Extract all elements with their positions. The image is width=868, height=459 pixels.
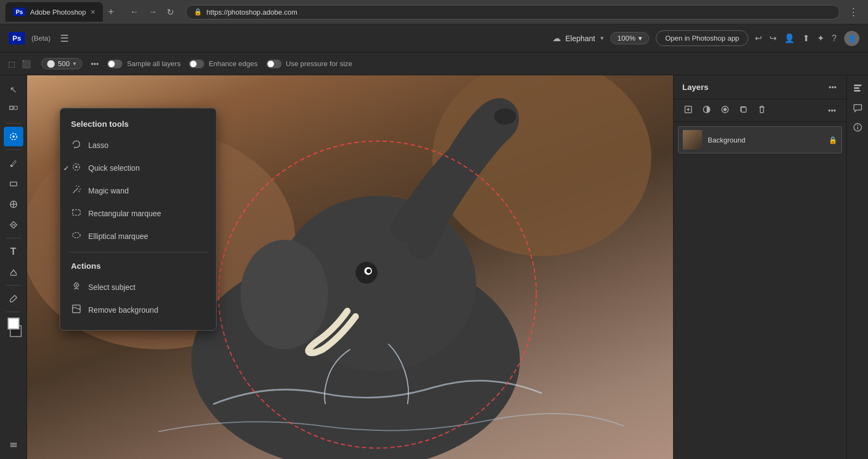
- selection-mode-add[interactable]: ⬚: [6, 58, 17, 70]
- open-in-ps-button[interactable]: Open in Photoshop app: [656, 30, 748, 46]
- add-layer-button[interactable]: [680, 102, 696, 118]
- svg-point-3: [12, 135, 15, 138]
- back-button[interactable]: ←: [127, 5, 142, 19]
- layer-name: Background: [708, 136, 823, 144]
- quick-selection-item[interactable]: Quick selection: [60, 157, 216, 179]
- mask-button[interactable]: [717, 102, 733, 118]
- undo-button[interactable]: ↩: [755, 33, 762, 43]
- file-dropdown-arrow[interactable]: ▾: [601, 35, 604, 42]
- select-subject-label: Select subject: [88, 283, 135, 292]
- panel-more-button[interactable]: •••: [825, 80, 840, 95]
- magic-wand-item[interactable]: Magic wand: [60, 179, 216, 202]
- brush-size-dropdown[interactable]: ▾: [73, 60, 76, 67]
- delete-layer-button[interactable]: [754, 102, 770, 118]
- options-bar: ⬚ ⬛ 500 ▾ ••• Sample all layers Enhance …: [0, 53, 868, 75]
- canvas-area[interactable]: Selection tools Lasso Quick selection: [27, 75, 673, 459]
- eyedropper-tool[interactable]: [4, 289, 23, 308]
- zoom-value: 100%: [617, 34, 635, 42]
- pressure-size-toggle: Use pressure for size: [266, 60, 353, 68]
- elliptical-marquee-item[interactable]: Elliptical marquee: [60, 225, 216, 248]
- sample-all-label: Sample all layers: [127, 60, 180, 68]
- svg-point-19: [240, 240, 328, 349]
- zoom-control[interactable]: 100% ▾: [610, 32, 649, 44]
- redo-button[interactable]: ↪: [769, 33, 776, 43]
- remove-background-label: Remove background: [88, 306, 158, 314]
- share-icon[interactable]: ⬆: [802, 33, 810, 43]
- brush-dot-icon: [47, 60, 55, 68]
- panel-title: Layers: [680, 82, 825, 92]
- new-tab-button[interactable]: +: [104, 5, 119, 19]
- help-icon[interactable]: ?: [832, 34, 837, 43]
- tab-title: Adobe Photoshop: [30, 8, 86, 16]
- brush-size-control[interactable]: 500 ▾: [41, 58, 82, 69]
- selection-mode-subtract[interactable]: ⬛: [20, 58, 32, 70]
- brush-size-value: 500: [58, 60, 70, 68]
- svg-point-25: [75, 166, 77, 168]
- svg-point-32: [73, 232, 80, 238]
- background-layer[interactable]: Background 🔒: [678, 126, 842, 153]
- select-subject-item[interactable]: Select subject: [60, 276, 216, 299]
- selection-tools-dropdown: Selection tools Lasso Quick selection: [60, 108, 217, 331]
- brush-tool[interactable]: [4, 153, 23, 173]
- menu-divider: [69, 252, 207, 253]
- browser-nav: ← → ↻: [122, 5, 181, 20]
- pressure-toggle-switch[interactable]: [266, 60, 282, 68]
- foreground-color[interactable]: [8, 318, 19, 329]
- remove-background-item[interactable]: Remove background: [60, 299, 216, 321]
- arrange-tool[interactable]: [4, 435, 23, 455]
- main-layout: ↖ T: [0, 75, 868, 459]
- clone-tool[interactable]: [4, 195, 23, 214]
- lasso-label: Lasso: [88, 141, 108, 150]
- far-right-panel: [846, 75, 868, 459]
- svg-point-48: [857, 125, 858, 126]
- hamburger-menu[interactable]: ☰: [57, 30, 72, 47]
- toolbar-separator-2: [6, 150, 21, 150]
- info-panel-icon[interactable]: [849, 119, 866, 136]
- toolbar-separator-4: [6, 285, 21, 286]
- enhance-edges-toggle-switch[interactable]: [189, 60, 204, 68]
- rectangular-marquee-item[interactable]: Rectangular marquee: [60, 202, 216, 225]
- svg-rect-0: [10, 106, 13, 109]
- account-icon[interactable]: 👤: [784, 33, 795, 43]
- copy-layer-button[interactable]: [735, 102, 752, 118]
- ellip-marquee-icon: [71, 230, 82, 242]
- layers-toolbar: •••: [674, 99, 846, 122]
- svg-line-28: [79, 186, 79, 187]
- svg-point-22: [367, 269, 371, 273]
- user-avatar[interactable]: 👤: [844, 31, 859, 46]
- browser-menu-icon[interactable]: ⋮: [849, 6, 858, 18]
- rect-marquee-icon: [71, 208, 82, 219]
- layer-thumbnail-image: [683, 130, 702, 150]
- quick-selection-icon: [71, 162, 82, 174]
- lasso-tool-item[interactable]: Lasso: [60, 134, 216, 157]
- sample-all-toggle-switch[interactable]: [107, 60, 122, 68]
- type-tool[interactable]: T: [4, 242, 23, 261]
- adjustment-layer-button[interactable]: [699, 102, 715, 118]
- artboard-tool[interactable]: [4, 100, 23, 120]
- lasso-icon: [71, 139, 82, 151]
- move-tool[interactable]: ↖: [4, 80, 23, 99]
- layers-more-button[interactable]: •••: [824, 104, 840, 118]
- comment-panel-icon[interactable]: [849, 99, 866, 117]
- properties-panel-icon[interactable]: [849, 80, 866, 97]
- heal-tool[interactable]: [4, 215, 23, 235]
- active-tab[interactable]: Ps Adobe Photoshop ✕: [5, 2, 103, 22]
- left-toolbar: ↖ T: [0, 75, 27, 459]
- magic-wand-header-icon[interactable]: ✦: [817, 33, 824, 43]
- pressure-label: Use pressure for size: [286, 60, 353, 68]
- layers-panel: Layers ••• •••: [673, 75, 846, 459]
- sample-all-knob: [108, 61, 115, 67]
- eraser-tool[interactable]: [4, 174, 23, 193]
- tab-close-btn[interactable]: ✕: [90, 9, 95, 16]
- refresh-button[interactable]: ↻: [164, 5, 177, 20]
- toolbar-separator-1: [6, 123, 21, 124]
- forward-button[interactable]: →: [145, 5, 160, 19]
- magic-wand-icon: [71, 185, 82, 197]
- selection-tool[interactable]: [4, 127, 23, 146]
- gradient-tool[interactable]: [4, 262, 23, 282]
- svg-rect-44: [854, 87, 859, 89]
- address-bar[interactable]: 🔒 https://photoshop.adobe.com: [186, 5, 840, 20]
- more-options-button[interactable]: •••: [91, 60, 99, 68]
- pressure-knob: [267, 61, 274, 67]
- ps-logo: Ps: [9, 32, 25, 44]
